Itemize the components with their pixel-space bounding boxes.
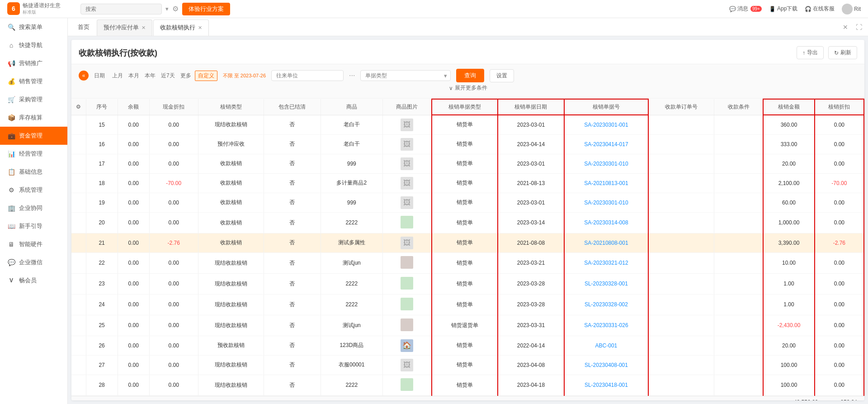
sidebar-item-purchase[interactable]: 🛒 采购管理 (0, 90, 67, 109)
sidebar-item-system[interactable]: ⚙ 系统管理 (0, 181, 67, 199)
verify-number-link[interactable]: SA-20230314-008 (584, 219, 628, 226)
th-receipt-condition: 收款条件 (714, 99, 763, 115)
cell-settings (71, 134, 86, 154)
cell-goods-image: 🖼 (382, 173, 431, 193)
message-label: 消息 (737, 5, 748, 13)
verify-number-link[interactable]: ABC-001 (595, 342, 618, 349)
verify-number-link[interactable]: SL-20230328-001 (585, 280, 628, 287)
voucher-type-input[interactable] (360, 70, 451, 81)
user-profile[interactable]: Rit (842, 4, 861, 14)
sidebar-item-wechat[interactable]: 💬 企业微信 (0, 253, 67, 271)
cell-settings (71, 315, 86, 336)
cell-settings (71, 193, 86, 212)
avatar (842, 4, 853, 14)
cell-cash-discount: 0.00 (149, 355, 198, 375)
date-btn-last-month[interactable]: 上月 (110, 71, 125, 81)
export-button[interactable]: ↑ 导出 (797, 46, 824, 59)
cell-receipt-condition (714, 355, 763, 375)
verify-number-link[interactable]: SA-20230331-026 (584, 322, 628, 328)
cell-receipt-condition (714, 375, 763, 395)
sidebar-item-guide[interactable]: 📖 新手引导 (0, 217, 67, 235)
goods-image-placeholder: 🖼 (401, 237, 413, 249)
table-row: 23 0.00 0.00 现结收款核销 否 2222 销货单 2023-03-2… (71, 273, 864, 294)
verify-number-link[interactable]: SA-20230301-010 (584, 161, 628, 167)
date-btn-custom[interactable]: 自定义 (195, 71, 217, 81)
partner-input[interactable] (271, 70, 344, 81)
cell-verify-type: 收款核销 (198, 212, 264, 233)
cell-goods: 测试jun (321, 315, 382, 336)
expand-conditions-row[interactable]: ∨ 展开更多条件 (79, 82, 857, 94)
gear-icon[interactable]: ⚙ (172, 5, 179, 13)
cell-cash-discount: 0.00 (149, 115, 198, 134)
cell-settings (71, 212, 86, 233)
sidebar-item-sales[interactable]: 💰 销售管理 (0, 72, 67, 90)
filter-collapse-button[interactable]: « (79, 71, 89, 81)
cell-verify-amount: 2,100.00 (763, 173, 814, 193)
th-settings[interactable]: ⚙ (71, 99, 86, 115)
cell-included-settled: 否 (264, 173, 321, 193)
cell-verify-type: 现结收款核销 (198, 294, 264, 315)
refresh-icon: ↻ (834, 50, 839, 56)
date-btn-this-month[interactable]: 本月 (127, 71, 141, 81)
online-service-item[interactable]: 🎧 在线客服 (805, 5, 835, 13)
tab-prepay-close[interactable]: ✕ (142, 25, 146, 31)
settings-button[interactable]: 设置 (490, 69, 514, 82)
hardware-icon: 🖥 (7, 241, 15, 248)
top-search-input[interactable] (80, 4, 162, 14)
sidebar-item-marketing[interactable]: 📢 营销推广 (0, 54, 67, 72)
cell-verify-date: 2022-04-14 (498, 336, 564, 355)
verify-number-link[interactable]: SA-20230321-012 (584, 260, 628, 266)
cell-verify-amount: 1,000.00 (763, 212, 814, 233)
sidebar-item-basic[interactable]: 📋 基础信息 (0, 163, 67, 181)
cell-verify-number: SA-20230414-017 (564, 134, 648, 154)
dots-button[interactable]: ··· (349, 71, 355, 80)
verify-number-link[interactable]: SA-20210808-001 (584, 240, 628, 246)
headset-icon: 🎧 (805, 6, 811, 12)
cell-balance: 0.00 (118, 375, 149, 395)
verify-number-link[interactable]: SA-20230301-001 (584, 122, 628, 128)
sidebar-item-quick-nav[interactable]: ⌂ 快捷导航 (0, 36, 67, 54)
sidebar-item-hardware[interactable]: 🖥 智能硬件 (0, 235, 67, 253)
cell-verify-type: 收款核销 (198, 233, 264, 252)
cell-balance: 0.00 (118, 233, 149, 252)
sidebar-item-enterprise[interactable]: 🏢 企业协同 (0, 199, 67, 217)
sidebar-item-finance[interactable]: 💼 资金管理 (0, 127, 67, 145)
cell-goods: 多计量商品2 (321, 173, 382, 193)
cell-goods-image (382, 294, 431, 315)
tab-prepay[interactable]: 预付冲应付单 ✕ (97, 19, 152, 36)
cell-cash-discount: -2.76 (149, 233, 198, 252)
cell-verify-voucher-type: 销货单 (432, 252, 498, 273)
tab-receipt-exec[interactable]: 收款核销执行 ✕ (153, 19, 209, 36)
online-service-label: 在线客服 (813, 5, 835, 13)
page-content: 收款核销执行(按收款) ↑ 导出 ↻ 刷新 « (71, 40, 864, 400)
verify-number-link[interactable]: SL-20230408-001 (585, 362, 628, 368)
date-btn-7days[interactable]: 近7天 (159, 71, 177, 81)
app-name: 畅捷通谱好生意 (23, 2, 61, 9)
sidebar-item-inventory[interactable]: 📦 库存核算 (0, 109, 67, 127)
query-button[interactable]: 查询 (456, 69, 484, 82)
sidebar-item-member[interactable]: V 畅会员 (0, 271, 67, 290)
verify-number-link[interactable]: SA-20230301-010 (584, 200, 628, 206)
date-btn-this-year[interactable]: 本年 (143, 71, 157, 81)
cell-verify-amount: 60.00 (763, 193, 814, 212)
close-window-btn[interactable]: ✕ (840, 22, 851, 33)
message-item[interactable]: 💬 消息 99+ (729, 5, 762, 13)
tab-home[interactable]: 首页 (71, 19, 96, 35)
app-icon: 📱 (769, 6, 776, 12)
verify-number-link[interactable]: SL-20230328-002 (585, 301, 628, 308)
cell-cash-discount: 0.00 (149, 134, 198, 154)
tab-receipt-exec-close[interactable]: ✕ (198, 25, 202, 31)
solution-button[interactable]: 体验行业方案 (182, 3, 230, 15)
verify-number-link[interactable]: SL-20230418-001 (585, 382, 628, 388)
sidebar-item-operations[interactable]: 📊 经营管理 (0, 145, 67, 163)
date-btn-more[interactable]: 更多 (179, 71, 193, 81)
refresh-button[interactable]: ↻ 刷新 (828, 46, 857, 59)
verify-number-link[interactable]: SA-20210813-001 (584, 180, 628, 186)
tab-bar-right: ✕ ⛶ (840, 22, 864, 33)
sidebar-item-search[interactable]: 🔍 搜索菜单 (0, 18, 67, 36)
dropdown-icon[interactable]: ▾ (165, 5, 169, 12)
user-name: Rit (854, 6, 861, 12)
verify-number-link[interactable]: SA-20230414-017 (584, 141, 628, 147)
app-download-item[interactable]: 📱 App下载 (769, 5, 797, 13)
maximize-window-btn[interactable]: ⛶ (854, 22, 864, 33)
